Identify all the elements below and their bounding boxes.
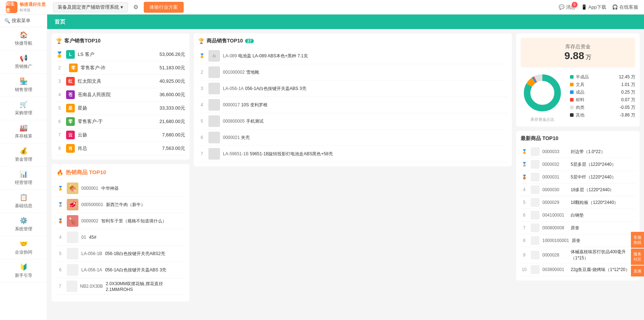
new-product-10[interactable]: 10 003800001 22g鱼豆腐-烧烤味（1*12*20）	[521, 263, 635, 276]
app-download-button[interactable]: 📱 App下载	[581, 4, 606, 11]
sales-product-4[interactable]: 4 0000017 10S 变利罗根	[198, 97, 508, 113]
rank-item-6[interactable]: 6 零 零售客户-于 21,680.00元	[56, 115, 185, 128]
legend-item-5: 其他 -3.86 万	[570, 112, 635, 118]
inventory-icon: 🏭	[20, 124, 28, 132]
system-name: 装备及固定资产辅助管理系统	[58, 4, 119, 11]
new-product-7[interactable]: 7 000800008 原奎	[521, 222, 635, 234]
customer-name-2: 零售客户-许	[81, 65, 156, 71]
product-code-7: NB2.0X30B	[80, 284, 103, 289]
rank-item-4[interactable]: 4 苍 苍南县人民医院 36,600.00元	[56, 88, 185, 102]
hot-product-7[interactable]: 7 NB2.0X30B 2.0X30MM双摆花轴,摆花直径2.1MM/ROHS	[57, 278, 184, 295]
page-header: 首页	[47, 15, 644, 29]
product-sales-card: 🏆 商品销售TOP10 27 🥇 Ai LA-089 电池盖 LA-089 AB…	[194, 33, 512, 167]
new-product-1[interactable]: 🥇 0000033 封边带（1.0*22）	[521, 145, 635, 158]
hot-product-1[interactable]: 🥇 🍖 0000001 中华神器	[57, 180, 184, 197]
hot-product-8[interactable]: 8 0000011 12070519-xs	[57, 295, 184, 296]
sidebar-item-corp[interactable]: 🤝 企业协同	[0, 236, 47, 259]
message-button[interactable]: 💬 消息 6	[559, 4, 575, 11]
rank-item-8[interactable]: 8 肖 肖总 7,563.00元	[56, 142, 185, 155]
float-btn-live[interactable]: 直播	[631, 266, 644, 276]
search-menu[interactable]: 🔍 搜索菜单	[0, 15, 47, 27]
search-label: 搜索菜单	[12, 17, 30, 24]
avatar-7: 云	[66, 131, 75, 139]
inventory-value: 9.88	[564, 50, 584, 62]
customer-amount-1: 53,006.26元	[159, 51, 185, 58]
fire-icon: 🔥	[57, 169, 64, 176]
legend-item-4: 肉类 -0.05 万	[570, 104, 635, 111]
new-product-3[interactable]: 🥉 0000031 5层中纤（1220*2440）	[521, 171, 635, 184]
customer-name-7: 云扬	[78, 132, 159, 138]
rank-item-3[interactable]: 3 红 红太阳文具 40,925.00元	[56, 75, 185, 88]
sales-product-5[interactable]: 5 000800005 手机测试	[198, 113, 508, 130]
float-btn-community[interactable]: 服务社区	[631, 249, 644, 265]
sales-name-7: 59651-1B旋转投影灯电池盒ABS黑色+58壳	[250, 151, 333, 156]
product-sales-list[interactable]: 🥇 Ai LA-089 电池盖 LA-089 ABS本色+黑种 7.1克 2 0…	[198, 48, 508, 162]
product-img-6	[67, 264, 78, 276]
online-service-button[interactable]: 🎧 在线客服	[612, 4, 638, 11]
sidebar-item-guide[interactable]: 🔰 新手引导	[0, 259, 47, 283]
sidebar-item-system[interactable]: ⚙️ 系统管理	[0, 213, 47, 236]
new-products-list: 🥇 0000033 封边带（1.0*22） 🥈 0000032 5层多层（122…	[521, 145, 635, 276]
purchase-icon: 🛒	[20, 100, 28, 108]
sales-code-3: LA-056-1A	[223, 86, 244, 91]
legend-item-0: 半成品 12.45 万	[570, 74, 635, 80]
new-product-9[interactable]: 9 0000028 体械嘉枝味苏打饮品400毫升（1*15）	[521, 247, 635, 263]
product-name-6: 056-1A白色按键开关盖ABS 3壳	[105, 267, 166, 273]
customer-amount-7: 7,680.00元	[162, 132, 185, 138]
float-btn-service[interactable]: 客服热线	[631, 232, 644, 248]
sales-product-2[interactable]: 2 001000002 雪地靴	[198, 64, 508, 81]
hot-product-5[interactable]: 5 LA-056-1B 056-1B白色按键开关壳ABS2壳	[57, 246, 184, 262]
new-product-2[interactable]: 🥈 0000032 5层多层（1220*2440）	[521, 158, 635, 171]
avatar-2: 零	[69, 63, 78, 72]
new-product-4[interactable]: 4 0000030 18多层（1220*2440）	[521, 184, 635, 196]
rank-item-2[interactable]: 2 零 零售客户-许 51,183.00元	[56, 61, 185, 75]
avatar-8: 肖	[66, 144, 75, 153]
topbar-center: 装备及固定资产辅助管理系统 ▾ ⚙ 体验行业方案	[53, 2, 559, 13]
hot-product-3[interactable]: 🥉 🍗 0000002 智利车子里（规格不知道填什么）	[57, 213, 184, 229]
sidebar-label: 经营管理	[15, 180, 32, 186]
trial-button[interactable]: 体验行业方案	[144, 2, 184, 13]
sidebar-item-marketing[interactable]: 📢 营销推广	[0, 50, 47, 74]
system-selector[interactable]: 装备及固定资产辅助管理系统 ▾	[53, 2, 128, 12]
customer-ranking-card: 🏆 客户销售TOP10 🥇 L LS 客户 53,006.26元 2 零 零	[52, 33, 189, 160]
sales-product-6[interactable]: 6 0000021 夹壳	[198, 130, 508, 146]
right-column: 库存总资金 9.88 万	[516, 33, 640, 301]
hot-product-4[interactable]: 4 01 45#	[57, 229, 184, 246]
logo-text: 畅捷通好生意 标准版	[20, 1, 46, 13]
new-product-8[interactable]: 8 10000100001 原奎	[521, 234, 635, 247]
rank-item-7[interactable]: 7 云 云扬 7,680.00元	[56, 128, 185, 142]
app-download-label: App下载	[588, 4, 606, 11]
sales-product-1[interactable]: 🥇 Ai LA-089 电池盖 LA-089 ABS本色+黑种 7.1克	[198, 48, 508, 64]
customer-name-8: 肖总	[78, 145, 159, 152]
sales-product-3[interactable]: 3 LA-056-1A 056-1A白色按键开关盖ABS 3壳	[198, 81, 508, 97]
sidebar-item-basic[interactable]: 📋 基础信息	[0, 190, 47, 213]
sidebar-item-purchase[interactable]: 🛒 采购管理	[0, 97, 47, 120]
rank-item-1[interactable]: 🥇 L LS 客户 53,006.26元	[56, 48, 185, 61]
sales-product-7[interactable]: 7 LA-59651-1B 59651-1B旋转投影灯电池盒ABS黑色+58壳	[198, 146, 508, 162]
chart-legend: 半成品 12.45 万 文具 1.01 万 成品 0.25 万	[570, 74, 635, 120]
logo-sub-text: 标准版	[20, 8, 46, 13]
hot-products-list[interactable]: 🥇 🍖 0000001 中华神器 🥈 🥩 000500001 新西	[57, 180, 184, 296]
rank-item-5[interactable]: 5 星 星扬 33,333.00元	[56, 102, 185, 115]
sidebar-item-sales[interactable]: 🏪 销售管理	[0, 74, 47, 97]
sales-code-5: 000800005	[223, 119, 245, 124]
gear-icon[interactable]: ⚙	[131, 2, 141, 12]
system-icon: ⚙️	[20, 217, 28, 225]
service-icon: 🎧	[612, 4, 618, 10]
sidebar-item-quick-nav[interactable]: 🏠 快捷导航	[0, 27, 47, 50]
sales-img-2	[208, 66, 220, 78]
product-name-3: 智利车子里（规格不知道填什么）	[101, 218, 167, 224]
hot-product-2[interactable]: 🥈 🥩 000500001 新西兰牛肉（新牛）	[57, 197, 184, 213]
sidebar-label: 销售管理	[15, 87, 32, 93]
new-product-5[interactable]: 5 0000029 18颗粒板（1220*2440）	[521, 196, 635, 209]
product-name-1: 中华神器	[101, 185, 119, 192]
hot-product-6[interactable]: 6 LA-056-1A 056-1A白色按键开关盖ABS 3壳	[57, 262, 184, 278]
new-product-6[interactable]: 6 004100001 白钢垫	[521, 209, 635, 222]
legend-dot-5	[570, 113, 574, 117]
sidebar-item-finance[interactable]: 💰 资金管理	[0, 143, 47, 167]
topbar-right: 💬 消息 6 📱 App下载 🎧 在线客服	[559, 4, 638, 11]
product-img-7	[66, 280, 77, 292]
sidebar-item-inventory[interactable]: 🏭 库存核算	[0, 120, 47, 143]
online-service-label: 在线客服	[619, 4, 638, 11]
sidebar-item-operation[interactable]: 📊 经营管理	[0, 167, 47, 190]
